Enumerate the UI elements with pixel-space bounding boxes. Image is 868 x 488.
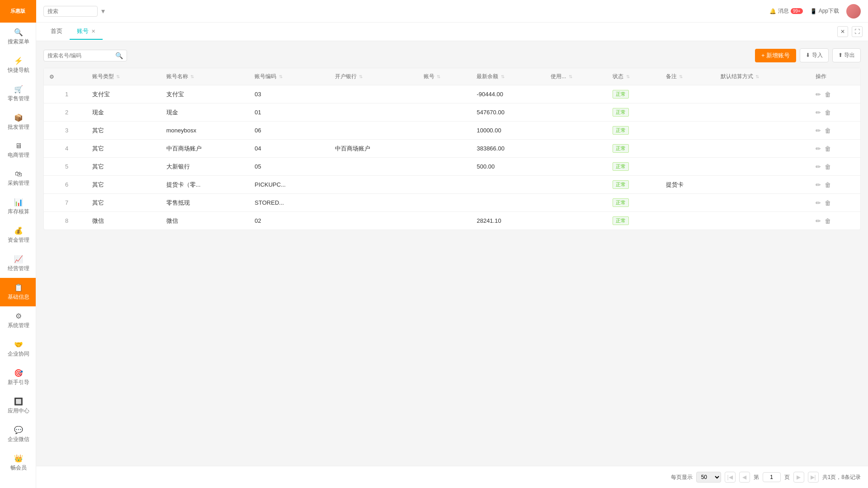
app-download-button[interactable]: 📱 App下载 bbox=[810, 7, 839, 15]
row-status: 正常 bbox=[607, 122, 660, 140]
notification-button[interactable]: 🔔 消息 99+ bbox=[769, 7, 803, 15]
delete-icon[interactable]: 🗑 bbox=[825, 217, 831, 225]
topbar-dropdown-icon[interactable]: ▾ bbox=[101, 7, 105, 15]
sidebar-item-purchase-mgmt[interactable]: 🛍采购管理 bbox=[0, 164, 36, 192]
tab-close-icon[interactable]: ✕ bbox=[91, 28, 95, 34]
sidebar: 乐惠版 🔍搜索菜单⚡快捷导航🛒零售管理📦批发管理🖥电商管理🛍采购管理📊库存核算💰… bbox=[0, 0, 36, 488]
row-latest-balance bbox=[471, 176, 545, 194]
row-bank: 中百商场账户 bbox=[330, 140, 418, 158]
sidebar-icon-system-mgmt: ⚙ bbox=[15, 312, 22, 320]
sidebar-item-ecommerce-mgmt[interactable]: 🖥电商管理 bbox=[0, 136, 36, 164]
search-input[interactable] bbox=[47, 52, 115, 59]
edit-icon[interactable]: ✏ bbox=[816, 109, 821, 116]
close-window-button[interactable]: ✕ bbox=[837, 26, 848, 37]
row-account-num bbox=[418, 85, 472, 103]
sidebar-item-quick-nav[interactable]: ⚡快捷导航 bbox=[0, 51, 36, 80]
sidebar-item-enterprise-agreement[interactable]: 🤝企业协同 bbox=[0, 335, 36, 363]
row-remark: 提货卡 bbox=[660, 176, 715, 194]
edit-icon[interactable]: ✏ bbox=[816, 181, 821, 188]
avatar[interactable] bbox=[846, 4, 861, 19]
col-usage[interactable]: 使用... ⇅ bbox=[545, 68, 607, 85]
search-box: 🔍 bbox=[43, 50, 127, 61]
col-account-name[interactable]: 账号名称 ⇅ bbox=[161, 68, 250, 85]
edit-icon[interactable]: ✏ bbox=[816, 217, 821, 225]
window-controls: ✕ ⛶ bbox=[837, 26, 868, 37]
search-icon[interactable]: 🔍 bbox=[115, 52, 123, 59]
import-button[interactable]: ⬇ 导入 bbox=[800, 48, 828, 62]
col-status[interactable]: 状态 ⇅ bbox=[607, 68, 660, 85]
row-checkbox-cell bbox=[44, 158, 60, 176]
last-page-button[interactable]: ▶| bbox=[808, 472, 819, 483]
col-account-code[interactable]: 账号编码 ⇅ bbox=[249, 68, 330, 85]
topbar-left: ▾ bbox=[43, 6, 105, 17]
row-bank bbox=[330, 158, 418, 176]
pagination: 每页显示 50 100 200 |◀ ◀ 第 页 ▶ ▶| 共1页，8条记录 bbox=[36, 466, 868, 488]
row-default-settlement bbox=[715, 176, 810, 194]
row-account-type: 微信 bbox=[87, 212, 161, 230]
sidebar-icon-retail-mgmt: 🛒 bbox=[14, 85, 23, 94]
sidebar-item-new-guide[interactable]: 🎯新手引导 bbox=[0, 363, 36, 392]
sidebar-item-finance-mgmt[interactable]: 💰资金管理 bbox=[0, 221, 36, 249]
next-page-button[interactable]: ▶ bbox=[793, 472, 804, 483]
row-num: 4 bbox=[60, 140, 87, 158]
delete-icon[interactable]: 🗑 bbox=[825, 91, 831, 98]
col-latest-balance[interactable]: 最新余额 ⇅ bbox=[471, 68, 545, 85]
col-bank[interactable]: 开户银行 ⇅ bbox=[330, 68, 418, 85]
row-account-name: 微信 bbox=[161, 212, 250, 230]
delete-icon[interactable]: 🗑 bbox=[825, 145, 831, 152]
row-bank bbox=[330, 103, 418, 122]
maximize-window-button[interactable]: ⛶ bbox=[852, 26, 863, 37]
row-account-type: 现金 bbox=[87, 103, 161, 122]
export-button[interactable]: ⬆ 导出 bbox=[832, 48, 861, 62]
sidebar-item-operation-mgmt[interactable]: 📈经营管理 bbox=[0, 249, 36, 278]
row-actions: ✏ 🗑 bbox=[810, 194, 860, 212]
delete-icon[interactable]: 🗑 bbox=[825, 181, 831, 188]
col-account-type[interactable]: 账号类型 ⇅ bbox=[87, 68, 161, 85]
row-remark bbox=[660, 212, 715, 230]
per-page-select[interactable]: 50 100 200 bbox=[696, 472, 721, 483]
row-checkbox-cell bbox=[44, 194, 60, 212]
delete-icon[interactable]: 🗑 bbox=[825, 163, 831, 170]
col-account-num[interactable]: 账号 ⇅ bbox=[418, 68, 472, 85]
table-row: 4 其它 中百商场账户 04 中百商场账户 383866.00 正常 ✏ 🗑 bbox=[44, 140, 860, 158]
tab-account[interactable]: 账号 ✕ bbox=[70, 23, 103, 40]
logo-text: 乐惠版 bbox=[10, 8, 25, 14]
sidebar-icon-vip-member: 👑 bbox=[14, 454, 23, 463]
add-account-button[interactable]: + 新增账号 bbox=[755, 49, 796, 62]
table: ⚙ 账号类型 ⇅ 账号名称 ⇅ 账号编码 ⇅ 开户银行 ⇅ 账号 ⇅ 最新余额 … bbox=[44, 68, 860, 230]
col-settings[interactable]: ⚙ bbox=[44, 68, 60, 85]
edit-icon[interactable]: ✏ bbox=[816, 127, 821, 134]
row-account-code: 01 bbox=[249, 103, 330, 122]
row-account-type: 其它 bbox=[87, 176, 161, 194]
sidebar-item-app-center[interactable]: 🔲应用中心 bbox=[0, 392, 36, 420]
col-default-settlement[interactable]: 默认结算方式 ⇅ bbox=[715, 68, 810, 85]
edit-icon[interactable]: ✏ bbox=[816, 163, 821, 170]
sidebar-item-system-mgmt[interactable]: ⚙系统管理 bbox=[0, 306, 36, 335]
sidebar-icon-finance-mgmt: 💰 bbox=[14, 226, 23, 235]
topbar-search-input[interactable] bbox=[43, 6, 98, 17]
sidebar-item-basic-info[interactable]: 📋基础信息 bbox=[0, 278, 36, 306]
delete-icon[interactable]: 🗑 bbox=[825, 127, 831, 134]
edit-icon[interactable]: ✏ bbox=[816, 145, 821, 152]
sidebar-item-retail-mgmt[interactable]: 🛒零售管理 bbox=[0, 80, 36, 108]
edit-icon[interactable]: ✏ bbox=[816, 91, 821, 98]
sidebar-item-inventory-calc[interactable]: 📊库存核算 bbox=[0, 192, 36, 221]
row-default-settlement bbox=[715, 103, 810, 122]
row-default-settlement bbox=[715, 212, 810, 230]
prev-page-button[interactable]: ◀ bbox=[739, 472, 750, 483]
delete-icon[interactable]: 🗑 bbox=[825, 109, 831, 116]
col-remark[interactable]: 备注 ⇅ bbox=[660, 68, 715, 85]
delete-icon[interactable]: 🗑 bbox=[825, 199, 831, 206]
tab-home[interactable]: 首页 bbox=[43, 23, 70, 40]
sidebar-item-enterprise-wechat[interactable]: 💬企业微信 bbox=[0, 420, 36, 449]
page-number-input[interactable] bbox=[763, 472, 781, 482]
sidebar-item-wholesale-mgmt[interactable]: 📦批发管理 bbox=[0, 108, 36, 136]
row-latest-balance: 383866.00 bbox=[471, 140, 545, 158]
sidebar-item-search-menu[interactable]: 🔍搜索菜单 bbox=[0, 23, 36, 51]
sidebar-item-vip-member[interactable]: 👑畅会员 bbox=[0, 449, 36, 477]
notification-label: 消息 bbox=[778, 7, 789, 15]
row-account-code: 04 bbox=[249, 140, 330, 158]
sidebar-label-new-guide: 新手引导 bbox=[8, 379, 29, 386]
edit-icon[interactable]: ✏ bbox=[816, 199, 821, 206]
first-page-button[interactable]: |◀ bbox=[725, 472, 736, 483]
